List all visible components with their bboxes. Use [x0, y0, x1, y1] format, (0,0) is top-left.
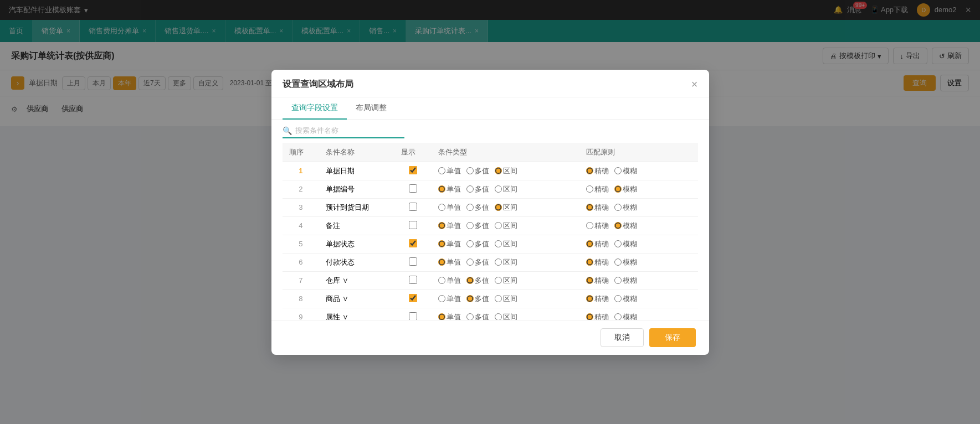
tab-query-fields[interactable]: 查询字段设置 [283, 97, 347, 120]
dialog-search: 🔍 [271, 120, 709, 127]
search-input-wrap: 🔍 [283, 126, 404, 127]
dialog-title: 设置查询区域布局 [283, 79, 353, 90]
tab-layout-adjust[interactable]: 布局调整 [347, 97, 396, 120]
dialog-overlay: 设置查询区域布局 × 查询字段设置 布局调整 🔍 顺序 条件名称 显示 [0, 0, 980, 126]
settings-dialog: 设置查询区域布局 × 查询字段设置 布局调整 🔍 顺序 条件名称 显示 [271, 70, 709, 127]
dialog-tabs: 查询字段设置 布局调整 [271, 97, 709, 120]
dialog-header: 设置查询区域布局 × [271, 70, 709, 97]
search-icon: 🔍 [283, 126, 292, 127]
dialog-close-button[interactable]: × [691, 79, 698, 90]
